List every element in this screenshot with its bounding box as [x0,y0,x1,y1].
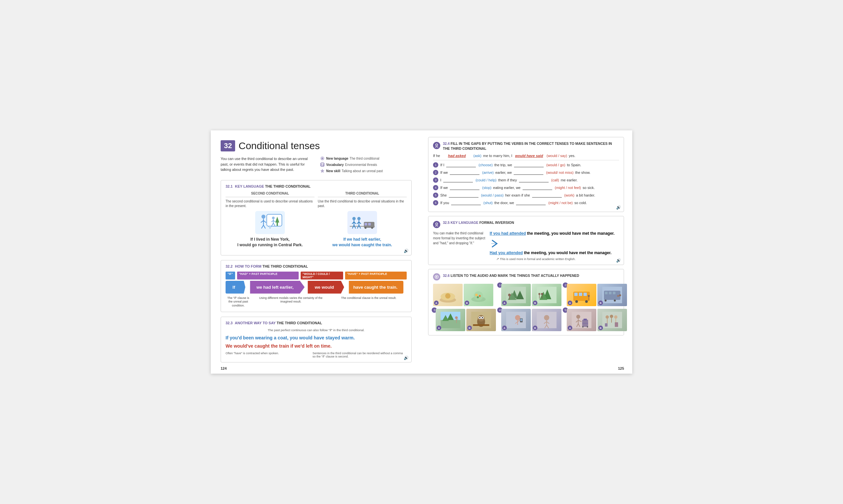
label-would: "WOULD / COULD / MIGHT" [301,272,343,280]
svg-point-60 [538,293,540,295]
svg-point-124 [606,316,609,319]
audio-icon-34[interactable]: 🔊 [616,205,621,210]
svg-rect-24 [368,223,371,226]
svg-point-25 [364,227,366,229]
audio-icon-35[interactable]: 🔊 [616,258,621,263]
image-0b: B [464,284,493,306]
image-2a: A [567,284,596,306]
intro-section: You can use the third conditional to des… [221,156,412,175]
lesson-title: Conditional tenses [238,140,320,151]
new-language-value: The third conditional [350,157,379,160]
svg-marker-42 [436,276,438,278]
label-4a: A [502,326,507,330]
svg-rect-76 [613,292,615,294]
lesson-number: 32 [221,140,235,151]
left-page: 32 Conditional tenses You can use the th… [211,130,422,374]
example-answer1: had asked [442,154,471,158]
image-1b: B [532,284,561,306]
label-1b: B [533,301,537,305]
svg-point-62 [541,293,543,295]
fill-num-6: 6 [433,200,438,205]
section-32-5: 32.5 KEY LANGUAGE FORMAL INVERSION You c… [428,216,624,265]
svg-point-94 [482,317,483,318]
third-conditional-col: THIRD CONDITIONAL Use the third conditio… [318,192,407,248]
svg-text:Aa: Aa [321,164,324,166]
inversion-note: ↗ This is used more in formal and academ… [496,257,619,261]
new-skill-icon [320,168,325,173]
rs-header-34: 32.4 FILL IN THE GAPS BY PUTTING THE VER… [433,141,619,151]
page-header: 32 Conditional tenses [221,140,412,151]
inversion-arrow [490,239,500,249]
image-3a: A [436,309,465,331]
audio-icon-33[interactable]: 🔊 [404,356,409,360]
audio-icon-31[interactable]: 🔊 [404,249,409,253]
fill-num-5: 5 [433,193,438,198]
blank-5b [532,193,562,198]
fill-num-1: 1 [433,162,438,167]
caption-second: If I lived in New York,I would go runnin… [226,237,315,248]
fill-row-5: 5 She (would / pass) her exam if she (wo… [433,193,619,198]
svg-point-50 [477,296,479,298]
label-4b: B [533,326,537,330]
svg-rect-74 [605,292,608,294]
svg-point-68 [575,300,578,303]
svg-point-26 [371,227,373,229]
svg-point-85 [455,316,458,319]
caption-third: If we had left earlier,we would have cau… [318,237,407,248]
svg-point-69 [585,300,588,303]
image-3b: B [466,309,496,331]
new-language-label: New language [326,157,348,160]
svg-point-40 [436,223,438,225]
svg-text:A: A [321,157,323,160]
example-verb1: (ask) [473,154,481,158]
svg-point-122 [587,326,588,327]
inv-highlight-2: Had you attended [490,251,523,255]
fill-row-2: 2 If we (arrive) earlier, we (would/ not… [433,170,619,175]
rs-header-35: 32.5 KEY LANGUAGE FORMAL INVERSION [433,220,619,228]
form-notes: The "if" clause is the unreal past condi… [226,296,407,308]
fill-num-4: 4 [433,185,438,190]
blank-6a [451,200,481,205]
image-4b: B [532,309,561,331]
section-32-1: 32.1 KEY LANGUAGE THE THIRD CONDITIONAL … [221,180,412,255]
blank-5a [449,193,479,198]
svg-point-5 [262,215,265,219]
example-red: We would've caught the train if we'd lef… [226,343,407,349]
svg-point-79 [617,295,619,297]
svg-point-126 [610,315,613,318]
page-number-right: 125 [618,366,624,370]
svg-rect-103 [520,319,522,321]
vocabulary-value: Environmental threats [345,163,377,166]
svg-rect-96 [473,324,489,326]
svg-point-39 [436,144,438,146]
example-row: If he had asked (ask) me to marry him, I… [433,154,619,158]
image-1a: A [501,284,531,306]
svg-point-55 [508,294,511,296]
example-verb2: (would / say) [546,154,567,158]
form-labels: "IF" "HAD" + PAST PARTICIPLE "WOULD / CO… [226,272,407,280]
svg-marker-12 [269,226,271,229]
block-had: we had left earlier, [245,281,305,294]
note-top: The past perfect continuous can also fol… [226,328,407,332]
image-2b: B [597,284,627,306]
svg-point-93 [479,317,481,318]
label-3b: B [467,326,472,330]
section-32-3: 32.3 ANOTHER WAY TO SAY THE THIRD CONDIT… [221,317,412,362]
fill-num-2: 2 [433,170,438,175]
svg-point-13 [272,217,275,219]
label-3a: A [437,326,441,330]
label-2a: A [568,301,572,305]
label-2b: B [598,301,603,305]
image-pair-0: A B [433,284,496,306]
label-5a: A [568,326,572,330]
second-conditional-header: SECOND CONDITIONAL [226,192,315,197]
svg-point-45 [445,293,450,299]
third-conditional-illustration [347,211,377,234]
vocabulary-label: Vocabulary [326,163,344,166]
inversion-examples: If you had attended the meeting, you wou… [490,231,619,261]
blank-4b [523,185,552,190]
svg-point-49 [479,295,481,297]
label-5b: B [598,326,603,330]
second-conditional-col: SECOND CONDITIONAL The second conditiona… [226,192,315,248]
svg-rect-67 [584,293,587,296]
